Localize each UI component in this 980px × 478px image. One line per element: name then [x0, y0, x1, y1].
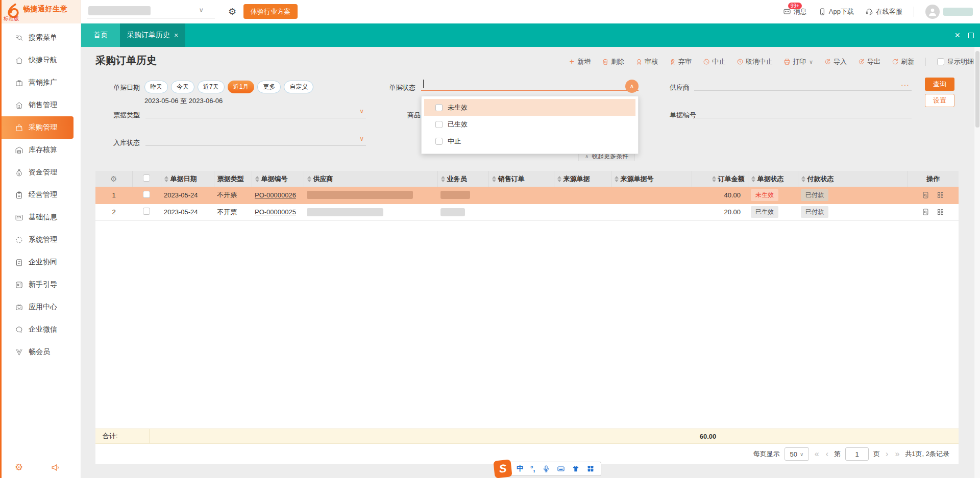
bill-type-select[interactable]: ∨ [145, 105, 366, 118]
show-detail-checkbox[interactable] [937, 58, 944, 65]
pill-custom[interactable]: 自定义 [284, 81, 313, 93]
delete-button[interactable]: 删除 [602, 57, 624, 66]
last-page-button[interactable]: » [894, 449, 900, 459]
sidebar-item-newbie-guide[interactable]: 新手引导 [2, 273, 81, 296]
announcement-horn-icon[interactable] [51, 463, 60, 472]
messages-link[interactable]: 99+ 消息 [783, 7, 807, 16]
supplier-input[interactable]: ··· [694, 78, 912, 91]
sidebar-item-purchase[interactable]: 采购管理 [2, 116, 74, 139]
doc-no-link[interactable]: PO-00000025 [255, 208, 296, 216]
page-number-input[interactable]: 1 [845, 447, 869, 461]
col-source[interactable]: 来源单据 [557, 174, 608, 184]
sort-icon[interactable] [441, 176, 445, 182]
sidebar-item-wecom[interactable]: 企业微信 [2, 318, 81, 341]
inbound-status-select[interactable]: ∨ [145, 133, 366, 146]
sidebar-item-system[interactable]: 系统管理 [2, 229, 81, 251]
export-button[interactable]: 导出 [858, 57, 880, 66]
row-checkbox[interactable] [143, 208, 150, 215]
sort-icon[interactable] [255, 176, 259, 182]
tab-home[interactable]: 首页 [81, 23, 120, 47]
sort-icon[interactable] [801, 176, 805, 182]
per-page-select[interactable]: 50 ∨ [785, 447, 809, 461]
close-all-icon[interactable]: × [954, 30, 960, 41]
status-option-effective[interactable]: 已生效 [424, 116, 635, 133]
skin-shirt-icon[interactable] [572, 465, 580, 473]
unaudit-button[interactable]: 弃审 [669, 57, 692, 66]
dropdown-collapse-icon[interactable]: ∧ [625, 80, 639, 93]
sort-icon[interactable] [712, 176, 716, 182]
status-option-not-effective[interactable]: 未生效 [424, 99, 635, 116]
experience-solution-button[interactable]: 体验行业方案 [243, 4, 298, 19]
col-doc-no[interactable]: 单据编号 [255, 174, 301, 184]
sidebar-item-funds[interactable]: 资金管理 [2, 161, 81, 184]
tab-purchase-order-history[interactable]: 采购订单历史 × [120, 23, 185, 47]
option-checkbox[interactable] [435, 138, 443, 145]
sort-icon[interactable] [751, 176, 755, 182]
online-service-link[interactable]: 在线客服 [865, 7, 902, 16]
sidebar-item-operations[interactable]: 经营管理 [2, 184, 81, 206]
pill-today[interactable]: 今天 [171, 81, 194, 93]
fullscreen-icon[interactable] [968, 33, 974, 38]
column-settings-gear-icon[interactable]: ⚙ [110, 174, 117, 183]
add-button[interactable]: ＋ 新增 [568, 57, 591, 66]
keyboard-icon[interactable] [557, 465, 565, 473]
table-row[interactable]: 2 2023-05-24 不开票 PO-00000025 20.00 已生效 已… [95, 204, 959, 220]
col-source-no[interactable]: 来源单据号 [615, 174, 689, 184]
table-row[interactable]: 1 2023-05-24 不开票 PO-00000026 40.00 未生效 已… [95, 187, 959, 204]
first-page-button[interactable]: « [814, 449, 820, 459]
pill-last-month[interactable]: 近1月 [228, 81, 255, 93]
pill-more[interactable]: 更多 [257, 81, 281, 93]
settings-gear-icon[interactable]: ⚙ [15, 462, 23, 473]
sidebar-item-quick-nav[interactable]: 快捷导航 [2, 49, 81, 71]
sort-icon[interactable] [492, 176, 496, 182]
col-status[interactable]: 单据状态 [751, 174, 795, 184]
sort-icon[interactable] [615, 176, 619, 182]
doc-no-input[interactable] [694, 105, 912, 118]
pill-yesterday[interactable]: 昨天 [144, 81, 168, 93]
more-actions-grid-icon[interactable] [937, 208, 944, 216]
doc-no-link[interactable]: PO-00000026 [255, 191, 296, 199]
sidebar-item-basic-info[interactable]: 基础信息 [2, 206, 81, 229]
next-page-button[interactable]: › [885, 449, 889, 459]
sort-icon[interactable] [307, 176, 311, 182]
col-salesman[interactable]: 业务员 [441, 174, 485, 184]
company-selector[interactable]: ∨ [87, 5, 215, 18]
sort-icon[interactable] [164, 176, 168, 182]
sidebar-item-sales[interactable]: 销售管理 [2, 94, 81, 116]
col-payment[interactable]: 付款状态 [801, 174, 904, 184]
more-actions-grid-icon[interactable] [937, 191, 944, 199]
sidebar-item-collaboration[interactable]: 企业协同 [2, 251, 81, 273]
query-button[interactable]: 查询 [925, 78, 954, 91]
supplier-picker-dots[interactable]: ··· [901, 81, 910, 89]
user-menu[interactable] [925, 5, 973, 19]
view-doc-icon[interactable] [922, 208, 929, 216]
sidebar-item-inventory[interactable]: 库存核算 [2, 139, 81, 161]
option-checkbox[interactable] [435, 121, 443, 128]
sidebar-item-search-menu[interactable]: 搜索菜单 [2, 27, 81, 49]
topbar-gear-icon[interactable]: ⚙ [228, 6, 236, 17]
col-sales-order[interactable]: 销售订单 [492, 174, 551, 184]
ime-language-toggle[interactable]: 中 [517, 464, 524, 473]
sidebar-item-member[interactable]: 畅会员 [2, 341, 81, 363]
refresh-button[interactable]: 刷新 [892, 57, 914, 66]
sidebar-item-app-center[interactable]: 应用中心 [2, 296, 81, 318]
sidebar-item-marketing[interactable]: 营销推广 [2, 71, 81, 94]
view-doc-icon[interactable] [922, 191, 929, 199]
select-all-checkbox[interactable] [143, 174, 150, 182]
date-range-value[interactable]: 2023-05-06 至 2023-06-06 [144, 96, 223, 106]
ime-menu-grid-icon[interactable] [586, 465, 595, 473]
option-checkbox[interactable] [435, 104, 443, 111]
microphone-icon[interactable] [542, 465, 550, 473]
col-supplier[interactable]: 供应商 [307, 174, 434, 184]
pill-last7days[interactable]: 近7天 [198, 81, 225, 93]
ime-logo-icon[interactable]: S [493, 459, 512, 478]
scrollbar-thumb[interactable] [975, 51, 979, 128]
app-download-link[interactable]: App下载 [818, 7, 854, 16]
status-option-aborted[interactable]: 中止 [424, 133, 635, 149]
ime-punctuation-toggle[interactable]: °, [530, 465, 535, 473]
import-button[interactable]: 导入 [824, 57, 847, 66]
settings-button[interactable]: 设置 [925, 94, 954, 107]
show-detail-toggle[interactable]: 显示明细 [937, 57, 974, 66]
abort-button[interactable]: 中止 [703, 57, 725, 66]
print-button[interactable]: 打印 ∨ [783, 57, 813, 66]
